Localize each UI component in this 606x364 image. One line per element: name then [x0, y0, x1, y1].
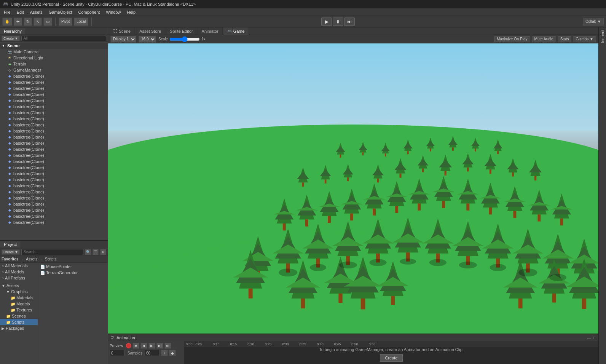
- scale-slider[interactable]: [169, 37, 200, 42]
- menu-gameobject[interactable]: GameObject: [46, 10, 75, 15]
- hierarchy-item-dirlight[interactable]: ☀ Directional Light: [0, 55, 108, 61]
- fav-all-prefabs[interactable]: ○ All Prefabs: [0, 275, 38, 281]
- hierarchy-item-tree14[interactable]: ◆basictree(Clone): [0, 158, 108, 164]
- collab-button[interactable]: Collab ▼: [583, 18, 604, 26]
- anim-del-key-btn[interactable]: ◆: [169, 350, 176, 356]
- hierarchy-item-maincamera[interactable]: 📷 Main Camera: [0, 49, 108, 55]
- tool-rotate[interactable]: ↻: [24, 18, 32, 26]
- mute-audio-btn[interactable]: Mute Audio: [532, 36, 556, 42]
- project-models-folder[interactable]: 📁 Models: [0, 301, 38, 307]
- tab-game[interactable]: 🎮 Game: [223, 27, 249, 35]
- hierarchy-item-tree10[interactable]: ◆basictree(Clone): [0, 134, 108, 140]
- anim-create-btn[interactable]: Create: [380, 354, 402, 362]
- anim-last-btn[interactable]: ⏭: [164, 343, 171, 349]
- hierarchy-item-tree13[interactable]: ◆basictree(Clone): [0, 152, 108, 158]
- hierarchy-item-scene[interactable]: ▼ Scene: [0, 43, 108, 49]
- project-materials-folder[interactable]: 📁 Materials: [0, 295, 38, 301]
- project-create-btn[interactable]: Create ▼: [2, 249, 20, 255]
- tab-sprite-editor[interactable]: Sprite Editor: [166, 27, 197, 35]
- aspect-select[interactable]: 16:9: [139, 36, 156, 43]
- step-button[interactable]: ⏭: [344, 18, 355, 26]
- tool-scale[interactable]: ⤡: [33, 18, 42, 26]
- project-assets-folder[interactable]: ▼ Assets: [0, 283, 38, 289]
- anim-first-btn[interactable]: ⏮: [132, 343, 139, 349]
- anim-prev-btn[interactable]: ◀: [140, 343, 147, 349]
- display-select[interactable]: Display 1: [110, 36, 136, 43]
- fav-all-models[interactable]: ○ All Models: [0, 269, 38, 275]
- hierarchy-item-terrain[interactable]: ⛰ Terrain: [0, 61, 108, 67]
- anim-add-key-btn[interactable]: +: [161, 350, 168, 356]
- hierarchy-item-tree20[interactable]: ◆basictree(Clone): [0, 195, 108, 201]
- samples-input[interactable]: [145, 350, 160, 356]
- tool-move[interactable]: ✛: [14, 18, 22, 26]
- play-button[interactable]: ▶: [321, 18, 332, 26]
- fav-favorites[interactable]: Favorites: [2, 257, 18, 261]
- layout-btn[interactable]: ☰: [92, 249, 99, 255]
- tab-animator[interactable]: Animator: [198, 27, 223, 35]
- hierarchy-item-tree1[interactable]: ◆basictree(Clone): [0, 79, 108, 85]
- hierarchy-item-tree19[interactable]: ◆basictree(Clone): [0, 189, 108, 195]
- hierarchy-search[interactable]: [21, 36, 106, 41]
- anim-maximize-btn[interactable]: □: [593, 335, 596, 340]
- hierarchy-item-tree15[interactable]: ◆basictree(Clone): [0, 164, 108, 171]
- hierarchy-item-tree0[interactable]: ◆basictree(Clone): [0, 73, 108, 79]
- tab-project[interactable]: Project: [0, 241, 21, 247]
- fav-assets[interactable]: Assets: [26, 257, 37, 261]
- hierarchy-create-btn[interactable]: Create ▼: [2, 36, 20, 41]
- stats-btn[interactable]: Stats: [558, 36, 572, 42]
- local-button[interactable]: Local: [74, 18, 88, 26]
- hierarchy-item-tree7[interactable]: ◆basictree(Clone): [0, 116, 108, 122]
- hierarchy-item-tree2[interactable]: ◆basictree(Clone): [0, 85, 108, 91]
- hierarchy-item-tree4[interactable]: ◆basictree(Clone): [0, 97, 108, 104]
- project-graphics-folder[interactable]: ▼ Graphics: [0, 289, 38, 295]
- hierarchy-item-tree3[interactable]: ◆basictree(Clone): [0, 91, 108, 97]
- anim-minimize-btn[interactable]: —: [587, 335, 591, 340]
- hierarchy-item-tree6[interactable]: ◆basictree(Clone): [0, 110, 108, 116]
- anim-next-btn[interactable]: ▶|: [156, 343, 163, 349]
- hierarchy-item-tree17[interactable]: ◆basictree(Clone): [0, 177, 108, 183]
- pivot-button[interactable]: Pivot: [59, 18, 72, 26]
- hierarchy-item-tree9[interactable]: ◆basictree(Clone): [0, 128, 108, 134]
- folder-icon: ▼: [6, 290, 10, 294]
- project-textures-folder[interactable]: 📁 Textures: [0, 307, 38, 313]
- tab-asset-store[interactable]: Asset Store: [136, 27, 165, 35]
- tab-hierarchy[interactable]: Hierarchy: [0, 28, 26, 34]
- menu-assets[interactable]: Assets: [28, 10, 45, 15]
- tab-scene[interactable]: ⛶ Scene: [110, 27, 135, 35]
- file-mousepointer[interactable]: 📄 MousePointer: [39, 263, 107, 270]
- menu-component[interactable]: Component: [76, 10, 102, 15]
- inspect-label[interactable]: Inspect: [600, 27, 606, 45]
- tool-rect[interactable]: ▭: [43, 18, 52, 26]
- hierarchy-item-tree22[interactable]: ◆basictree(Clone): [0, 207, 108, 213]
- fav-scripts[interactable]: Scripts: [45, 257, 57, 261]
- menu-help[interactable]: Help: [124, 10, 138, 15]
- project-packages-folder[interactable]: ▶ Packages: [0, 325, 38, 331]
- hierarchy-item-tree8[interactable]: ◆basictree(Clone): [0, 122, 108, 128]
- project-search-input[interactable]: [21, 249, 83, 255]
- hierarchy-item-tree12[interactable]: ◆basictree(Clone): [0, 146, 108, 152]
- record-button[interactable]: [126, 343, 131, 348]
- project-scripts-folder[interactable]: 📁 Scripts: [0, 319, 38, 325]
- pause-button[interactable]: ⏸: [333, 18, 343, 26]
- hierarchy-item-tree18[interactable]: ◆basictree(Clone): [0, 183, 108, 189]
- hierarchy-item-tree23[interactable]: ◆basictree(Clone): [0, 213, 108, 219]
- hierarchy-item-tree24[interactable]: ◆basictree(Clone): [0, 219, 108, 225]
- fav-all-materials[interactable]: ○ All Materials: [0, 263, 38, 269]
- hierarchy-item-tree16[interactable]: ◆basictree(Clone): [0, 171, 108, 177]
- menu-window[interactable]: Window: [104, 10, 123, 15]
- hierarchy-item-tree11[interactable]: ◆basictree(Clone): [0, 140, 108, 146]
- settings-btn[interactable]: ⚙: [100, 249, 106, 255]
- anim-play-btn[interactable]: ▶: [148, 343, 155, 349]
- hierarchy-item-tree5[interactable]: ◆basictree(Clone): [0, 104, 108, 110]
- maximize-on-play-btn[interactable]: Maximize On Play: [494, 36, 530, 42]
- project-scenes-folder[interactable]: 📁 Scenes: [0, 313, 38, 319]
- tool-hand[interactable]: ✋: [2, 18, 12, 26]
- menu-file[interactable]: File: [2, 10, 13, 15]
- gizmos-btn[interactable]: Gizmos ▼: [573, 36, 596, 42]
- hierarchy-item-tree21[interactable]: ◆basictree(Clone): [0, 201, 108, 207]
- file-terraingenerator[interactable]: 📄 TerrainGenerator: [39, 270, 107, 276]
- search-btn[interactable]: 🔍: [85, 249, 91, 255]
- hierarchy-item-gamemanager[interactable]: ◇ GameManager: [0, 67, 108, 73]
- anim-frame-input[interactable]: [110, 350, 125, 356]
- menu-edit[interactable]: Edit: [14, 10, 26, 15]
